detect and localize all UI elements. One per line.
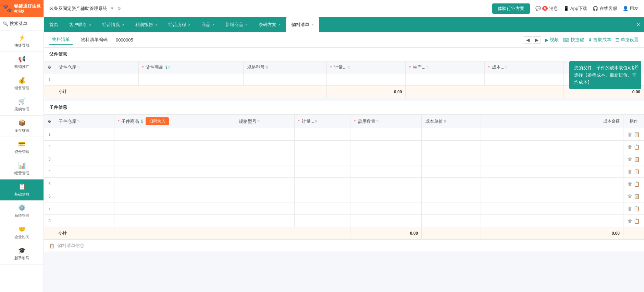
parent-row-1-product[interactable] xyxy=(138,73,243,86)
copy-icon-6[interactable]: 📋 xyxy=(634,194,640,199)
child-row-4-spec[interactable] xyxy=(235,165,295,178)
tab-barcode[interactable]: 条码方案 × xyxy=(253,17,286,32)
scan-input-btn[interactable]: 扫码录入 xyxy=(146,117,169,125)
child-row-3-warehouse[interactable] xyxy=(55,153,114,165)
child-row-3-spec[interactable] xyxy=(235,153,295,165)
sidebar-item-finance[interactable]: 💳 资金管理 xyxy=(0,137,44,158)
child-row-1-price[interactable] xyxy=(422,128,481,141)
tab-profit-close[interactable]: × xyxy=(155,23,157,27)
child-row-5-spec[interactable] xyxy=(235,178,295,190)
delete-icon-2[interactable]: 🗑 xyxy=(628,144,632,150)
child-row-4-qty[interactable] xyxy=(350,165,422,178)
tab-bom-close[interactable]: × xyxy=(311,23,313,27)
system-dropdown-icon[interactable]: ▼ xyxy=(110,6,114,11)
child-row-6-product[interactable] xyxy=(114,190,235,202)
copy-icon-3[interactable]: 📋 xyxy=(634,156,640,162)
child-row-1-spec[interactable] xyxy=(235,128,295,141)
tab-customer[interactable]: 客户联络 × xyxy=(64,17,97,32)
copy-icon-5[interactable]: 📋 xyxy=(634,181,640,187)
child-row-2-qty[interactable] xyxy=(350,141,422,153)
tab-operations[interactable]: 经营情况 × xyxy=(97,17,129,32)
child-row-6-qty[interactable] xyxy=(350,190,422,202)
parent-row-1-spec[interactable] xyxy=(243,73,327,86)
child-row-7-warehouse[interactable] xyxy=(55,202,114,215)
child-row-4-unit[interactable] xyxy=(294,165,350,178)
child-row-6-unit[interactable] xyxy=(294,190,350,202)
child-row-8-price[interactable] xyxy=(422,215,481,227)
child-row-5-product[interactable] xyxy=(114,178,235,190)
shortcut-btn[interactable]: ⌨ 快捷键 xyxy=(563,37,584,43)
next-arrow[interactable]: ▶ xyxy=(533,36,541,44)
sub-tab-bom[interactable]: 物料清单 xyxy=(49,35,73,45)
child-row-4-product[interactable] xyxy=(114,165,235,178)
child-row-4-warehouse[interactable] xyxy=(55,165,114,178)
sidebar-item-quick-nav[interactable]: ⚡ 快捷导航 xyxy=(0,31,44,52)
tab-new-goods-close[interactable]: × xyxy=(245,23,247,27)
child-row-2-product[interactable] xyxy=(114,141,235,153)
child-row-7-product[interactable] xyxy=(114,202,235,215)
tab-home[interactable]: 首页 xyxy=(44,17,64,32)
sidebar-item-system[interactable]: ⚙️ 系统管理 xyxy=(0,201,44,222)
child-row-3-product[interactable] xyxy=(114,153,235,165)
child-row-8-warehouse[interactable] xyxy=(55,215,114,227)
tab-goods-close[interactable]: × xyxy=(212,23,214,27)
child-row-3-price[interactable] xyxy=(422,153,481,165)
extract-cost-btn[interactable]: ⬇ 提取成本 xyxy=(588,37,611,43)
sidebar-item-sales[interactable]: 💰 销售管理 xyxy=(0,73,44,94)
parent-row-1-qty[interactable] xyxy=(327,73,406,86)
child-row-2-spec[interactable] xyxy=(235,141,295,153)
copy-icon-7[interactable]: 📋 xyxy=(634,206,640,211)
child-row-5-price[interactable] xyxy=(422,178,481,190)
child-row-7-qty[interactable] xyxy=(350,202,422,215)
child-row-3-unit[interactable] xyxy=(294,153,350,165)
child-row-7-price[interactable] xyxy=(422,202,481,215)
tab-customer-close[interactable]: × xyxy=(89,23,91,27)
child-row-2-price[interactable] xyxy=(422,141,481,153)
copy-icon-1[interactable]: 📋 xyxy=(634,132,640,137)
copy-icon-4[interactable]: 📋 xyxy=(634,169,640,174)
prev-arrow[interactable]: ◀ xyxy=(524,36,532,44)
tooltip-close-btn[interactable]: ✕ xyxy=(635,63,639,70)
tab-end-close[interactable]: × xyxy=(633,22,644,28)
child-row-6-price[interactable] xyxy=(422,190,481,202)
sidebar-item-guide[interactable]: 🎓 新手引导 xyxy=(0,243,44,265)
child-row-1-qty[interactable] xyxy=(350,128,422,141)
child-row-1-warehouse[interactable] xyxy=(55,128,114,141)
tab-operations-close[interactable]: × xyxy=(122,23,124,27)
sidebar-search[interactable]: 🔍 搜索菜单 xyxy=(0,17,44,31)
child-col-gear[interactable]: ⚙ xyxy=(44,115,55,128)
delete-icon-1[interactable]: 🗑 xyxy=(628,132,632,137)
child-row-1-unit[interactable] xyxy=(294,128,350,141)
service-group[interactable]: 🎧 在线客服 xyxy=(593,5,617,12)
delete-icon-5[interactable]: 🗑 xyxy=(628,181,632,187)
child-row-2-unit[interactable] xyxy=(294,141,350,153)
child-row-7-spec[interactable] xyxy=(235,202,295,215)
delete-icon-3[interactable]: 🗑 xyxy=(628,156,632,162)
child-row-5-unit[interactable] xyxy=(294,178,350,190)
child-row-6-spec[interactable] xyxy=(235,190,295,202)
sidebar-item-inventory[interactable]: 📦 库存核算 xyxy=(0,116,44,137)
child-row-8-unit[interactable] xyxy=(294,215,350,227)
child-row-8-spec[interactable] xyxy=(235,215,295,227)
delete-icon-6[interactable]: 🗑 xyxy=(628,194,632,199)
delete-icon-8[interactable]: 🗑 xyxy=(628,218,632,224)
tab-barcode-close[interactable]: × xyxy=(278,23,281,27)
user-group[interactable]: 👤 用友 xyxy=(623,5,639,12)
child-row-7-unit[interactable] xyxy=(294,202,350,215)
tab-history[interactable]: 经营历程 × xyxy=(163,17,196,32)
sidebar-item-enterprise[interactable]: 🤝 企业协同 xyxy=(0,222,44,243)
sidebar-item-operations[interactable]: 📊 经营管理 xyxy=(0,158,44,179)
child-row-4-price[interactable] xyxy=(422,165,481,178)
tab-new-goods[interactable]: 新增商品 × xyxy=(220,17,253,32)
child-row-1-product[interactable] xyxy=(114,128,235,141)
child-row-3-qty[interactable] xyxy=(350,153,422,165)
message-group[interactable]: 💬 6 消息 xyxy=(535,5,558,12)
sidebar-item-marketing[interactable]: 📢 营销推广 xyxy=(0,52,44,73)
parent-row-1-warehouse[interactable] xyxy=(55,73,139,86)
tab-bom[interactable]: 物料清单 × xyxy=(286,17,319,32)
copy-icon-8[interactable]: 📋 xyxy=(634,218,640,224)
copy-icon-2[interactable]: 📋 xyxy=(634,144,640,150)
trial-btn[interactable]: 体验行业方案 xyxy=(492,3,530,14)
sidebar-item-basic-info[interactable]: 📋 基础信息 xyxy=(0,179,44,201)
parent-col-gear[interactable]: ⚙ xyxy=(44,61,55,73)
